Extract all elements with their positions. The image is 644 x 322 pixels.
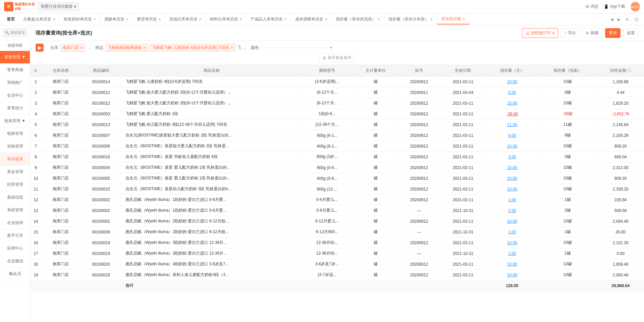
row-qty[interactable]: 3.00	[486, 152, 538, 162]
tab-stock-distribution[interactable]: 现存量（库存分布表）✕	[384, 14, 437, 24]
search-btn[interactable]: 查询	[605, 28, 621, 38]
sidebar-item-enterprise-wechat[interactable]: 企业微信	[0, 255, 30, 268]
settings-icon[interactable]: ⚙	[34, 68, 38, 73]
app-download-btn[interactable]: 📱 App下载	[604, 4, 625, 9]
row-qty-pkg: 10罐	[538, 76, 597, 87]
tab-order-history[interactable]: 要货单历史 ✕	[133, 14, 165, 24]
messages-btn[interactable]: ✉ 消息	[586, 4, 598, 9]
sidebar-item-new-guide[interactable]: 新手引导	[0, 229, 30, 242]
row-amount: 2,145.64	[597, 119, 644, 130]
sidebar-item-operations[interactable]: 经营管理	[0, 178, 30, 191]
nav-prev-btn[interactable]: ◀	[608, 16, 615, 23]
tab-cost-adjust-history[interactable]: 成本调整单历史 ✕	[291, 14, 332, 24]
close-icon[interactable]: ✕	[463, 17, 465, 21]
sidebar-item-member[interactable]: 会员中心	[0, 89, 30, 102]
avatar[interactable]: demo2	[631, 2, 640, 11]
warehouse-filter-more[interactable]: ...	[87, 45, 91, 50]
sidebar-item-enterprise-collab[interactable]: 企业协同	[0, 217, 30, 229]
row-qty[interactable]: 1.00	[486, 248, 538, 259]
product-filter-more[interactable]: 飞 ...	[237, 45, 247, 51]
remove-product-tag-2-icon[interactable]: ✕	[230, 46, 233, 50]
row-qty[interactable]: 10.00	[486, 76, 538, 87]
color-filter-input[interactable]	[261, 48, 328, 48]
sidebar-item-app-center[interactable]: 应用中心	[0, 242, 30, 255]
remove-warehouse-tag-icon[interactable]: ✕	[80, 46, 83, 50]
sidebar-shortcut[interactable]: 快捷导航	[0, 40, 30, 51]
sidebar-item-inventory[interactable]: 库存核算	[0, 153, 30, 166]
row-qty[interactable]: 2.00	[486, 205, 538, 216]
row-qty[interactable]: 10.00	[486, 173, 538, 184]
tab-product-in-history[interactable]: 产成品入库单历史 ✕	[247, 14, 291, 24]
nav-next-btn[interactable]: ▶	[615, 16, 623, 23]
print-template-btn[interactable]: 🖨 按模板打印 ▾	[522, 28, 558, 38]
tab-other-out-history[interactable]: 其他出库单历史 ✕	[165, 14, 206, 24]
row-qty[interactable]: 0.00	[486, 87, 538, 98]
tab-home[interactable]: 首页	[3, 14, 19, 24]
sidebar-item-wholesale[interactable]: 批发管理 ▼	[0, 115, 30, 127]
close-icon[interactable]: ✕	[93, 17, 96, 21]
close-icon[interactable]: ✕	[377, 17, 380, 21]
close-icon[interactable]: ✕	[158, 17, 161, 21]
remove-product-tag-1-icon[interactable]: ✕	[143, 46, 146, 50]
close-icon[interactable]: ✕	[126, 17, 128, 21]
main-layout: 🔍 搜索菜单 快捷导航 零售管理 ▼ 零售商城 营销推广 会员中心 零售统计 批…	[0, 25, 644, 322]
nav-close-all-btn[interactable]: ✕	[623, 15, 632, 23]
row-qty[interactable]: 10.00	[486, 98, 538, 109]
row-qty[interactable]: 10.00	[486, 184, 538, 195]
warehouse-tag-1[interactable]: 南库门店 ✕	[60, 44, 85, 52]
sidebar-item-ecommerce[interactable]: 电商管理	[0, 127, 30, 140]
sidebar-item-marketing[interactable]: 营销推广	[0, 76, 30, 89]
close-icon[interactable]: ✕	[284, 17, 287, 21]
tab-inventory-history[interactable]: 分量盘点单历史 ✕	[19, 14, 60, 24]
close-icon[interactable]: ✕	[325, 17, 327, 21]
settings-btn[interactable]: 设置	[623, 28, 639, 38]
row-qty[interactable]: 1.00	[486, 195, 538, 205]
th-code: 商品编码	[80, 65, 122, 76]
sidebar-item-member-program[interactable]: 畅会员	[0, 268, 30, 280]
row-qty[interactable]: 10.00	[486, 237, 538, 248]
row-qty[interactable]: -39.00	[486, 109, 538, 119]
tab-stock-status[interactable]: 现存量（库存状况表）✕	[332, 14, 384, 24]
industry-select[interactable]: 母婴行业演示账套 ▾	[38, 2, 79, 11]
sidebar-item-retail-mall[interactable]: 零售商城	[0, 64, 30, 76]
expand-more-btn[interactable]: ⊞ 展开更多条件	[319, 54, 355, 62]
row-no: 5	[30, 119, 42, 130]
row-name: 惠氏启赋（Wyeth illuma）2段奶粉 爱尔兰进口 6-12月较...	[122, 227, 301, 237]
row-qty[interactable]: 10.00	[486, 141, 538, 152]
tab-transfer-history[interactable]: 调拨单历史 ✕	[100, 14, 133, 24]
row-code: 00100008	[80, 141, 122, 152]
chevron-down-icon: ▾	[74, 4, 76, 9]
row-qty[interactable]: 1.00	[486, 227, 538, 237]
row-expiry: 2021-03-11	[440, 109, 486, 119]
close-icon[interactable]: ✕	[199, 17, 202, 21]
tab-assembly-history[interactable]: 组装拆卸单历史 ✕	[60, 14, 100, 24]
sidebar-item-basic-info[interactable]: 基础信息	[0, 191, 30, 204]
sidebar-item-system[interactable]: 系统管理	[0, 204, 30, 217]
refresh-btn[interactable]: ↻ 刷新	[582, 28, 602, 38]
tab-stock-batch[interactable]: 库存批次账 ✕	[437, 14, 470, 24]
th-checkbox[interactable]: ⚙	[30, 65, 42, 76]
sidebar-item-purchase[interactable]: 采购管理	[0, 140, 30, 153]
tab-material-out-history[interactable]: 材料出库单历史 ✕	[206, 14, 247, 24]
row-qty[interactable]: 10.00	[486, 162, 538, 173]
filter-toggle-btn[interactable]: ▶	[36, 44, 44, 52]
sidebar-item-retail-stats[interactable]: 零售统计	[0, 102, 30, 115]
row-qty[interactable]: 10.00	[486, 259, 538, 270]
row-qty[interactable]: 11.00	[486, 119, 538, 130]
row-warehouse: 南库门店	[42, 184, 80, 195]
row-spec: 12-36月幼...	[301, 237, 353, 248]
close-icon[interactable]: ✕	[53, 17, 55, 21]
export-btn[interactable]: ↑ 导出	[561, 28, 580, 38]
close-icon[interactable]: ✕	[430, 17, 433, 21]
row-qty[interactable]: 10.00	[486, 270, 538, 280]
sidebar-item-finance[interactable]: 资金管理	[0, 166, 30, 178]
sidebar-search-btn[interactable]: 🔍 搜索菜单	[3, 28, 27, 37]
product-tag-1[interactable]: 飞鹤奶粉3段两罐装 ✕	[105, 44, 149, 52]
nav-maximize-btn[interactable]: ⊡	[632, 15, 641, 23]
row-qty[interactable]: 10.00	[486, 216, 538, 227]
product-tag-2[interactable]: 飞鹤星飞帆 儿童奶粉 4段(3-6岁适用) 700克 ✕	[150, 44, 235, 52]
sidebar-item-retail[interactable]: 零售管理 ▼	[0, 51, 30, 64]
close-icon[interactable]: ✕	[239, 17, 242, 21]
row-warehouse: 南库门店	[42, 248, 80, 259]
row-qty[interactable]: 9.00	[486, 130, 538, 141]
